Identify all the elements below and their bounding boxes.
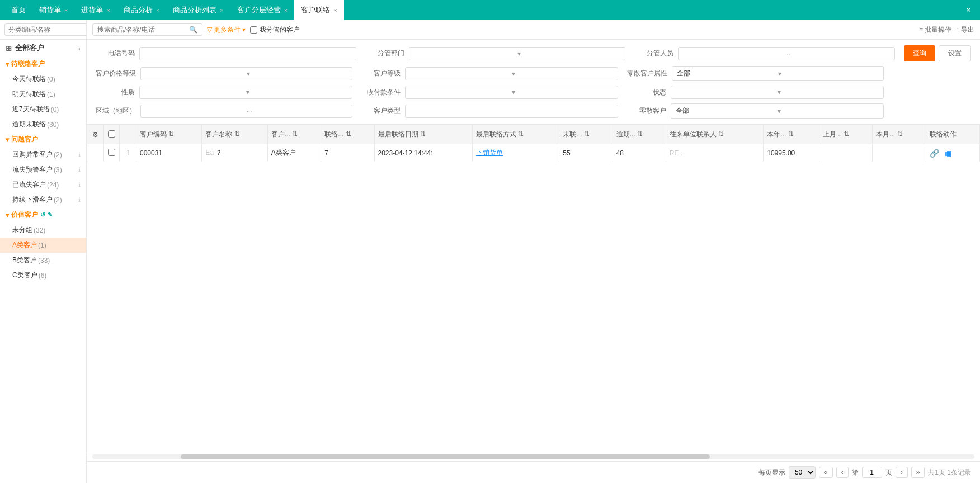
column-this-year[interactable]: 本年... ⇅ xyxy=(764,125,819,144)
filter-search-icon[interactable]: 🔍 xyxy=(189,26,197,34)
row-last-date-cell: 2023-04-12 14:44: xyxy=(374,144,472,162)
dept-chevron-down-icon: ▾ xyxy=(517,50,621,58)
value-edit-icon[interactable]: ✎ xyxy=(48,211,53,219)
close-tab-product-list[interactable]: × xyxy=(220,7,223,13)
first-page-button[interactable]: « xyxy=(819,467,833,478)
nav-tab-product-list[interactable]: 商品分析列表 × xyxy=(166,0,230,20)
batch-ops-button[interactable]: ≡ 批量操作 xyxy=(919,25,951,35)
filter-manager-field: 分管人员 ··· xyxy=(634,47,895,60)
sidebar-item-ungrouped[interactable]: 未分组 (32) xyxy=(0,222,86,238)
nav-tab-customer-segment[interactable]: 客户分层经营 × xyxy=(230,0,294,20)
column-gear[interactable]: ⚙ xyxy=(87,125,104,144)
nav-home[interactable]: 首页 xyxy=(4,5,32,15)
column-contact-count[interactable]: 联络... ⇅ xyxy=(321,125,374,144)
sidebar-group-pending[interactable]: ▾ 待联络客户 xyxy=(0,56,86,72)
sidebar-item-class-b[interactable]: B类客户 (33) xyxy=(0,253,86,268)
customer-table: ⚙ 客户编码 ⇅ 客户名称 xyxy=(87,125,980,162)
my-customers-check-input[interactable] xyxy=(250,26,257,34)
export-button[interactable]: ↑ 导出 xyxy=(956,25,974,35)
column-contact-person[interactable]: 往来单位联系人 ⇅ xyxy=(666,125,763,144)
sidebar-group-problem[interactable]: ▾ 问题客户 xyxy=(0,132,86,147)
prev-page-button[interactable]: ‹ xyxy=(836,467,849,478)
filter-dept-select[interactable]: ▾ xyxy=(409,47,626,60)
column-overdue[interactable]: 逾期... ⇅ xyxy=(613,125,666,144)
filter-nature-select[interactable]: ▾ xyxy=(139,86,352,99)
row-code-cell: 000031 xyxy=(136,144,202,162)
close-tab-customer-contact[interactable]: × xyxy=(333,7,337,13)
column-code[interactable]: 客户编码 ⇅ xyxy=(136,125,202,144)
sidebar: 🔍 ⊞ 全部客户 ‹ ▾ 待联络客户 今天待联络 (0) 明天待联络 (1) 近… xyxy=(0,20,87,483)
close-tab-purchase[interactable]: × xyxy=(106,7,110,13)
per-page-select[interactable]: 50 xyxy=(789,466,816,479)
filter-retail-attr-field: 零散客户属性 全部 ▾ xyxy=(627,66,884,81)
nav-tab-sales[interactable]: 销货单 × xyxy=(32,0,74,20)
column-last-date[interactable]: 最后联络日期 ⇅ xyxy=(374,125,472,144)
filter-retail-attr-select[interactable]: 全部 ▾ xyxy=(672,66,884,81)
row-checkbox-cell[interactable] xyxy=(104,144,120,162)
my-customers-checkbox[interactable]: 我分管的客户 xyxy=(250,25,300,35)
filter-cust-level-select[interactable]: ▾ xyxy=(405,67,618,80)
last-method-link[interactable]: 下销货单 xyxy=(476,149,503,157)
query-button[interactable]: 查询 xyxy=(904,45,935,61)
row-level-cell: A类客户 xyxy=(267,144,321,162)
column-this-month[interactable]: 本月... ⇅ xyxy=(873,125,926,144)
column-level[interactable]: 客户... ⇅ xyxy=(267,125,321,144)
filter-price-level-select[interactable]: ▾ xyxy=(140,67,352,80)
table-wrapper[interactable]: ⚙ 客户编码 ⇅ 客户名称 xyxy=(87,125,980,452)
close-tab-customer-segment[interactable]: × xyxy=(284,7,288,13)
contact-person-sort-icon: ⇅ xyxy=(718,130,724,138)
column-last-method[interactable]: 最后联络方式 ⇅ xyxy=(472,125,559,144)
sidebar-item-class-a[interactable]: A类客户 (1) xyxy=(0,238,86,253)
sidebar-item-declining[interactable]: 持续下滑客户 (2) ℹ xyxy=(0,192,86,207)
sidebar-item-overdue[interactable]: 逾期未联络 (30) xyxy=(0,117,86,132)
sidebar-item-churn-warning[interactable]: 流失预警客户 (3) ℹ xyxy=(0,162,86,177)
manager-dots-icon[interactable]: ··· xyxy=(784,50,890,58)
column-name[interactable]: 客户名称 ⇅ xyxy=(202,125,267,144)
filter-row-4: 区域（地区） ··· 客户类型 零散客户 全部 ▾ xyxy=(96,103,971,119)
column-last-month[interactable]: 上月... ⇅ xyxy=(819,125,872,144)
column-checkbox[interactable] xyxy=(104,125,120,144)
last-page-button[interactable]: » xyxy=(911,467,925,478)
close-tab-product-analysis[interactable]: × xyxy=(156,7,159,13)
sidebar-item-churned[interactable]: 已流失客户 (24) ℹ xyxy=(0,177,86,192)
nav-tab-purchase[interactable]: 进货单 × xyxy=(74,0,116,20)
filter-phone-input[interactable] xyxy=(139,47,356,60)
window-close-button[interactable]: × xyxy=(962,5,976,15)
filter-region-select[interactable]: ··· xyxy=(140,105,352,118)
sidebar-item-tomorrow[interactable]: 明天待联络 (1) xyxy=(0,87,86,102)
sidebar-item-week[interactable]: 近7天待联络 (0) xyxy=(0,102,86,117)
next-page-button[interactable]: › xyxy=(896,467,908,478)
filter-more-button[interactable]: ▽ 更多条件 ▾ xyxy=(207,25,246,35)
last-date-sort-icon: ⇅ xyxy=(420,130,426,138)
settings-button[interactable]: 设置 xyxy=(939,45,971,61)
sidebar-item-class-c[interactable]: C类客户 (6) xyxy=(0,268,86,283)
horizontal-scrollbar[interactable] xyxy=(92,454,974,459)
value-refresh-icon[interactable]: ↺ xyxy=(40,211,45,219)
page-number-input[interactable] xyxy=(862,467,882,478)
filter-manager-select[interactable]: ··· xyxy=(678,47,895,60)
filter-retail-select[interactable]: 全部 ▾ xyxy=(671,103,884,119)
group-arrow-problem: ▾ xyxy=(6,136,9,144)
sidebar-search-input[interactable] xyxy=(4,23,87,36)
select-all-checkbox[interactable] xyxy=(108,130,115,138)
action-link-icon[interactable]: 🔗 xyxy=(930,149,939,158)
filter-payment-select[interactable]: ▾ xyxy=(405,86,618,99)
filter-status-select[interactable]: ▾ xyxy=(671,86,884,99)
row-last-method-cell[interactable]: 下销货单 xyxy=(472,144,559,162)
row-contact-count-cell: 7 xyxy=(321,144,374,162)
sidebar-group-value[interactable]: ▾ 价值客户 ↺ ✎ xyxy=(0,207,86,222)
action-qr-icon[interactable]: ▦ xyxy=(944,149,951,158)
close-tab-sales[interactable]: × xyxy=(64,7,68,13)
filter-search-input[interactable] xyxy=(97,26,187,34)
horizontal-scrollbar-thumb[interactable] xyxy=(181,454,710,459)
sidebar-item-today[interactable]: 今天待联络 (0) xyxy=(0,72,86,87)
column-not-contacted[interactable]: 未联... ⇅ xyxy=(559,125,613,144)
nav-tab-customer-contact[interactable]: 客户联络 × xyxy=(294,0,343,20)
filter-cust-type-input[interactable] xyxy=(405,105,618,118)
nav-tab-product-analysis[interactable]: 商品分析 × xyxy=(117,0,166,20)
sidebar-item-repurchase-anomaly[interactable]: 回购异常客户 (2) ℹ xyxy=(0,147,86,162)
row-checkbox[interactable] xyxy=(108,149,115,156)
sidebar-collapse-icon[interactable]: ‹ xyxy=(78,44,81,53)
region-dots-icon[interactable]: ··· xyxy=(244,107,348,115)
sidebar-all-customers[interactable]: ⊞ 全部客户 ‹ xyxy=(0,40,86,56)
